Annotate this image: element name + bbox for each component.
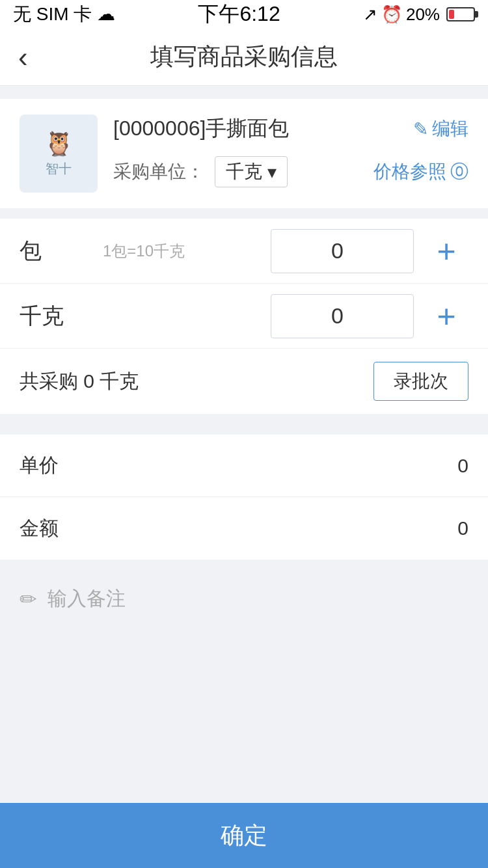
unit-price-value: 0 — [457, 455, 468, 477]
battery-icon — [446, 7, 475, 21]
edit-label: 编辑 — [432, 116, 468, 141]
product-thumbnail: 🦉 智十 — [20, 115, 98, 193]
bag-sub-label: 1包=10千克 — [103, 241, 185, 262]
location-icon: ↗ — [363, 5, 377, 25]
summary-row: 共采购 0 千克 录批次 — [0, 349, 488, 414]
amount-label: 金额 — [20, 515, 59, 542]
battery-percent: 20% — [406, 5, 440, 25]
bag-label: 包 — [20, 236, 98, 266]
section-divider-1 — [0, 208, 488, 219]
sim-status: 无 SIM 卡 ☁ — [13, 2, 115, 27]
alarm-icon: ⏰ — [381, 5, 402, 25]
amount-value: 0 — [457, 517, 468, 539]
status-right: ↗ ⏰ 20% — [363, 5, 475, 25]
bag-quantity-input[interactable] — [271, 229, 414, 273]
product-card: 🦉 智十 [0000006]手撕面包 ✎ 编辑 采购单位： 千克 ▾ — [0, 99, 488, 208]
confirm-button[interactable]: 确定 — [0, 803, 488, 868]
nav-bar: ‹ 填写商品采购信息 — [0, 29, 488, 86]
confirm-label: 确定 — [221, 820, 267, 852]
notes-placeholder: 输入备注 — [47, 586, 126, 612]
unit-value: 千克 — [226, 159, 262, 184]
help-icon: ⓪ — [450, 159, 468, 184]
kg-input-row: 千克 + — [0, 284, 488, 349]
kg-plus-button[interactable]: + — [424, 294, 468, 338]
amount-row: 金额 0 — [0, 497, 488, 560]
record-batch-button[interactable]: 录批次 — [373, 362, 468, 401]
total-purchase-text: 共采购 0 千克 — [20, 368, 139, 395]
quantity-input-section: 包 1包=10千克 + 千克 + — [0, 219, 488, 349]
product-logo: 🦉 — [44, 130, 74, 157]
unit-price-label: 单价 — [20, 452, 59, 479]
kg-quantity-input[interactable] — [271, 294, 414, 338]
status-time: 下午6:12 — [198, 0, 280, 29]
purchase-unit-label: 采购单位： — [113, 159, 204, 184]
back-button[interactable]: ‹ — [18, 43, 28, 72]
pencil-icon: ✏ — [20, 587, 37, 612]
product-name: [0000006]手撕面包 — [113, 115, 289, 143]
unit-select[interactable]: 千克 ▾ — [215, 156, 288, 187]
status-bar: 无 SIM 卡 ☁ 下午6:12 ↗ ⏰ 20% — [0, 0, 488, 29]
page-title: 填写商品采购信息 — [150, 41, 338, 73]
dropdown-icon: ▾ — [267, 161, 277, 183]
section-divider-2 — [0, 414, 488, 424]
notes-section[interactable]: ✏ 输入备注 — [0, 570, 488, 628]
bottom-space — [0, 628, 488, 823]
plus-icon: + — [437, 235, 455, 267]
price-section: 单价 0 金额 0 — [0, 435, 488, 560]
bag-plus-button[interactable]: + — [424, 229, 468, 273]
bag-input-row: 包 1包=10千克 + — [0, 219, 488, 284]
edit-button[interactable]: ✎ 编辑 — [413, 116, 468, 141]
edit-icon: ✎ — [413, 118, 428, 140]
kg-plus-icon: + — [437, 300, 455, 332]
status-left: 无 SIM 卡 ☁ — [13, 2, 115, 27]
price-ref-button[interactable]: 价格参照 ⓪ — [373, 159, 468, 184]
kg-label: 千克 — [20, 301, 98, 331]
unit-price-row: 单价 0 — [0, 435, 488, 497]
price-ref-label: 价格参照 — [373, 159, 446, 184]
product-info: [0000006]手撕面包 ✎ 编辑 采购单位： 千克 ▾ 价格参照 ⓪ — [113, 115, 468, 187]
